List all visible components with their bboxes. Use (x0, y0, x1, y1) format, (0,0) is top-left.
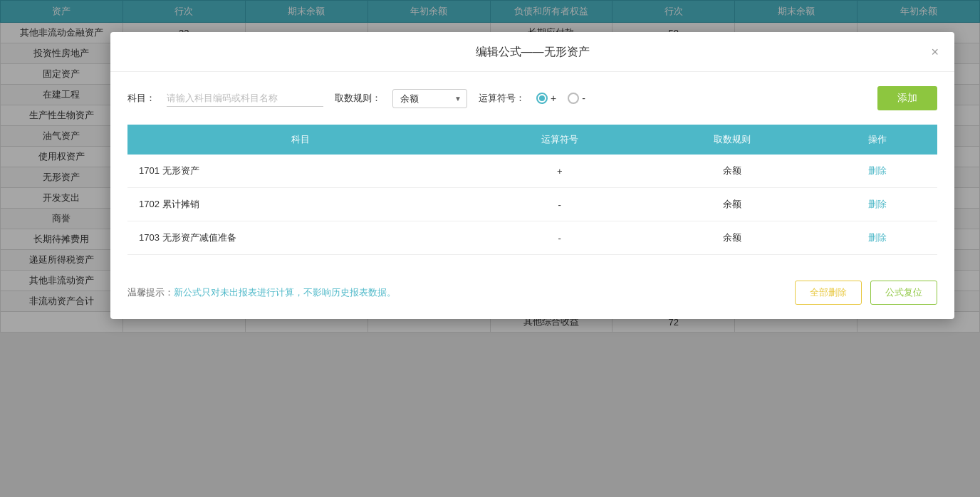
minus-radio-label: - (582, 93, 585, 104)
formula-table-body: 1701 无形资产+余额删除1702 累计摊销-余额删除1703 无形资产减值准… (127, 155, 937, 255)
formula-cell-subject: 1703 无形资产减值准备 (127, 221, 474, 255)
minus-radio-circle (568, 93, 579, 104)
modal-header: 编辑公式——无形资产 × (110, 32, 954, 72)
modal-body: 科目： 取数规则： 余额 借方 贷方 借方发生额 贷方发生额 ▼ 运算符号： (110, 72, 954, 269)
operator-minus-radio[interactable]: - (568, 93, 585, 104)
formula-cell-operator: - (474, 188, 646, 221)
formula-table: 科目运算符号取数规则操作 1701 无形资产+余额删除1702 累计摊销-余额删… (127, 125, 937, 255)
modal-close-button[interactable]: × (928, 43, 942, 61)
plus-radio-label: + (551, 93, 556, 104)
formula-table-head: 科目运算符号取数规则操作 (127, 125, 937, 155)
formula-col-header: 操作 (818, 125, 937, 155)
formula-cell-rule: 余额 (646, 155, 818, 188)
formula-cell-operator: + (474, 155, 646, 188)
tip-highlight: 新公式只对未出报表进行计算，不影响历史报表数据。 (174, 287, 396, 298)
add-button[interactable]: 添加 (877, 86, 937, 110)
reset-formula-button[interactable]: 公式复位 (870, 281, 937, 305)
formula-table-row: 1701 无形资产+余额删除 (127, 155, 937, 188)
formula-table-row: 1702 累计摊销-余额删除 (127, 188, 937, 221)
formula-cell-action: 删除 (818, 155, 937, 188)
footer-tip: 温馨提示：新公式只对未出报表进行计算，不影响历史报表数据。 (127, 286, 396, 299)
tip-prefix: 温馨提示： (127, 287, 174, 298)
rule-label: 取数规则： (335, 92, 381, 105)
formula-cell-subject: 1702 累计摊销 (127, 188, 474, 221)
formula-cell-rule: 余额 (646, 188, 818, 221)
formula-col-header: 取数规则 (646, 125, 818, 155)
formula-col-header: 科目 (127, 125, 474, 155)
formula-table-row: 1703 无形资产减值准备-余额删除 (127, 221, 937, 255)
delete-row-link[interactable]: 删除 (868, 232, 887, 243)
modal-title: 编辑公式——无形资产 (476, 46, 590, 58)
formula-cell-operator: - (474, 221, 646, 255)
subject-input[interactable] (167, 90, 323, 107)
operator-radio-group: + - (536, 93, 585, 104)
operator-plus-radio[interactable]: + (536, 93, 556, 104)
plus-radio-circle (536, 93, 548, 104)
formula-cell-action: 删除 (818, 221, 937, 255)
formula-cell-subject: 1701 无形资产 (127, 155, 474, 188)
delete-all-button[interactable]: 全部删除 (795, 281, 862, 305)
formula-col-header: 运算符号 (474, 125, 646, 155)
formula-form-row: 科目： 取数规则： 余额 借方 贷方 借方发生额 贷方发生额 ▼ 运算符号： (127, 86, 937, 110)
delete-row-link[interactable]: 删除 (868, 165, 887, 176)
formula-cell-action: 删除 (818, 188, 937, 221)
formula-cell-rule: 余额 (646, 221, 818, 255)
edit-formula-modal: 编辑公式——无形资产 × 科目： 取数规则： 余额 借方 贷方 借方发生额 贷方… (110, 32, 954, 319)
footer-buttons: 全部删除 公式复位 (795, 281, 937, 305)
rule-select-wrapper: 余额 借方 贷方 借方发生额 贷方发生额 ▼ (392, 89, 467, 108)
delete-row-link[interactable]: 删除 (868, 199, 887, 209)
modal-footer: 温馨提示：新公式只对未出报表进行计算，不影响历史报表数据。 全部删除 公式复位 (110, 269, 954, 319)
rule-select[interactable]: 余额 借方 贷方 借方发生额 贷方发生额 (392, 89, 467, 108)
subject-label: 科目： (127, 92, 155, 105)
operator-label: 运算符号： (479, 92, 525, 105)
